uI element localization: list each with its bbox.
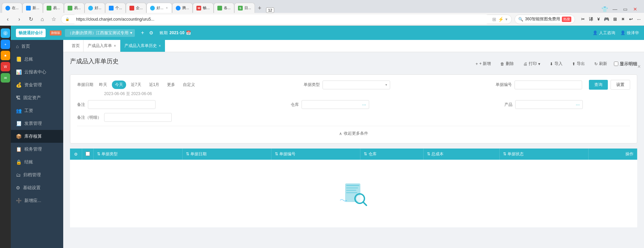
collapse-button[interactable]: ∧ 收起更多条件 — [337, 129, 370, 138]
th-gear[interactable]: ⚙ — [70, 149, 82, 160]
grid-icon[interactable]: ⊞ — [492, 17, 496, 22]
sidebar-item-home[interactable]: ⌂ 首页 — [11, 40, 63, 53]
panel-close-icon[interactable]: × — [638, 64, 641, 70]
home-button[interactable]: ⌂ — [38, 15, 47, 24]
tab-5[interactable]: 好... — [85, 3, 105, 13]
settings-tool[interactable]: ··· — [637, 17, 641, 22]
user-profile[interactable]: 👤 徐泽华 — [620, 30, 639, 36]
ext-2[interactable]: + — [1, 40, 10, 49]
sidebar-item-inventory[interactable]: 📦 库存核算 — [11, 130, 63, 143]
show-detail-checkbox[interactable] — [614, 62, 618, 66]
doctype-select[interactable]: ▾ — [323, 81, 390, 89]
tab-counter[interactable]: 12 — [266, 7, 274, 13]
th-checkbox[interactable] — [82, 149, 93, 160]
date-yesterday[interactable]: 昨天 — [96, 81, 110, 89]
tab-close-8[interactable]: × — [165, 5, 168, 10]
remark-input[interactable] — [88, 100, 156, 109]
sidebar-item-closing[interactable]: 🔒 结账 — [11, 156, 63, 168]
add-button[interactable]: + + 新增 — [473, 60, 494, 68]
ext-3[interactable]: ★ — [1, 51, 10, 60]
search-bar[interactable]: 🔍 360智能抠图免费用 热搜 — [515, 15, 575, 24]
date-1month[interactable]: 近1月 — [146, 81, 163, 89]
print-button[interactable]: 🖨 打印 ▾ — [521, 60, 543, 68]
company-selector[interactable]: （勿删勿禁用）江西服宝测试专用 ▾ — [65, 29, 135, 37]
sidebar-item-basic[interactable]: ⚙ 基础设置 — [11, 181, 63, 194]
select-all-checkbox[interactable] — [86, 152, 90, 156]
back-button[interactable]: ‹ — [3, 15, 12, 24]
date-more[interactable]: 更多 — [164, 81, 178, 89]
th-warehouse[interactable]: ⇅ 仓库 — [360, 149, 424, 160]
date-7days[interactable]: 近7天 — [128, 81, 144, 89]
tab-10[interactable]: M 畅... — [193, 3, 213, 13]
settings-button[interactable]: 设置 — [611, 80, 630, 90]
sidebar-item-reports[interactable]: 📊 云报表中心 — [11, 66, 63, 78]
scissors-tool[interactable]: ✂ — [581, 17, 585, 22]
lightning-icon[interactable]: ⚡ — [498, 17, 504, 22]
th-doc-no[interactable]: ⇅ 单据编号 — [271, 149, 360, 160]
sidebar-item-payroll[interactable]: 👥 工资 — [11, 104, 63, 117]
product-select[interactable]: ··· — [515, 100, 583, 109]
tab-2[interactable]: 新... — [22, 3, 43, 13]
settings-icon-btn[interactable]: ⚙ — [149, 30, 153, 36]
calendar-icon[interactable]: 📅 — [186, 30, 191, 35]
sidebar-item-fixed-assets[interactable]: 🏗 固定资产 — [11, 91, 63, 104]
sidebar-item-ledger[interactable]: 📒 总账 — [11, 53, 63, 66]
refresh-button[interactable]: ↻ — [26, 15, 35, 24]
maximize-button[interactable]: ▭ — [621, 5, 629, 13]
th-doc-date[interactable]: ⇅ 单据日期 — [182, 149, 271, 160]
tab-1[interactable]: 在... — [2, 3, 22, 13]
date-today[interactable]: 今天 — [112, 81, 126, 89]
detail-remark-input[interactable] — [104, 113, 172, 122]
breadcrumb-tab-list-close[interactable]: × — [114, 44, 116, 48]
tab-8[interactable]: 好... × — [146, 3, 172, 13]
ssl-icon: 🔒 — [65, 17, 69, 21]
currency-tool[interactable]: ¥ — [597, 17, 600, 22]
warehouse-dots[interactable]: ··· — [362, 102, 366, 107]
sidebar-item-new-accrual[interactable]: ➕ 新增应... — [11, 194, 63, 207]
th-total-cost[interactable]: ⇅ 总成本 — [423, 149, 499, 160]
date-custom[interactable]: 自定义 — [180, 81, 198, 89]
query-button[interactable]: 查询 — [589, 80, 608, 90]
forward-button[interactable]: › — [15, 15, 24, 24]
th-doc-status[interactable]: ⇅ 单据状态 — [499, 149, 588, 160]
minimize-button[interactable]: — — [611, 5, 619, 13]
sidebar-item-funds[interactable]: 💰 资金管理 — [11, 78, 63, 91]
tab-9[interactable]: 腾... — [172, 3, 193, 13]
game-tool[interactable]: 🎮 — [604, 17, 609, 22]
tab-11[interactable]: 各... — [214, 3, 234, 13]
new-tab-button[interactable]: + — [255, 3, 264, 13]
ai-consultant-btn[interactable]: 👤 人工咨询 — [593, 30, 615, 36]
breadcrumb-tab-list[interactable]: 产成品入库单 × — [83, 40, 120, 52]
undo-tool[interactable]: ↩ — [629, 17, 633, 22]
warehouse-select[interactable]: ··· — [302, 100, 369, 109]
theme-tool[interactable]: ☀ — [621, 17, 625, 22]
sidebar-item-invoices[interactable]: 🧾 发票管理 — [11, 117, 63, 130]
tab-6[interactable]: 个... — [105, 3, 126, 13]
import-button[interactable]: ⬇ 导入 — [547, 60, 565, 68]
docno-input[interactable] — [515, 81, 582, 89]
breadcrumb-tab-history-close[interactable]: × — [159, 44, 161, 48]
grid-tool[interactable]: ⊞ — [613, 17, 617, 22]
delete-button[interactable]: 🗑 删除 — [498, 60, 517, 68]
tab-3[interactable]: 易... — [43, 3, 64, 13]
refresh-button[interactable]: ↻ 刷新 — [592, 60, 610, 68]
sidebar-item-tax[interactable]: 📋 税务管理 — [11, 143, 63, 156]
bookmark-button[interactable]: ☆ — [49, 15, 58, 24]
close-window-button[interactable]: ✕ — [631, 5, 639, 13]
breadcrumb-tab-history[interactable]: 产成品入库单历史 × — [120, 40, 165, 52]
tab-7[interactable]: 企... — [126, 3, 146, 13]
translate-tool[interactable]: 译 — [589, 16, 593, 22]
product-dots[interactable]: ··· — [576, 102, 580, 107]
dropdown-icon[interactable]: ▾ — [505, 17, 507, 22]
ext-chanjet[interactable]: c — [1, 28, 10, 38]
add-period-btn[interactable]: + — [141, 30, 144, 36]
tab-12[interactable]: S 目... — [234, 3, 255, 13]
ext-weibo[interactable]: W — [1, 62, 10, 71]
sidebar-item-archive[interactable]: 🗂 归档管理 — [11, 168, 63, 181]
ext-email[interactable]: ✉ — [1, 73, 10, 83]
address-input[interactable] — [71, 15, 491, 24]
tab-4[interactable]: 易... — [64, 3, 85, 13]
export-button[interactable]: ⬆ 导出 — [569, 60, 588, 68]
th-doc-type[interactable]: ⇅ 单据类型 — [93, 149, 182, 160]
breadcrumb-home[interactable]: 首页 — [68, 40, 83, 52]
